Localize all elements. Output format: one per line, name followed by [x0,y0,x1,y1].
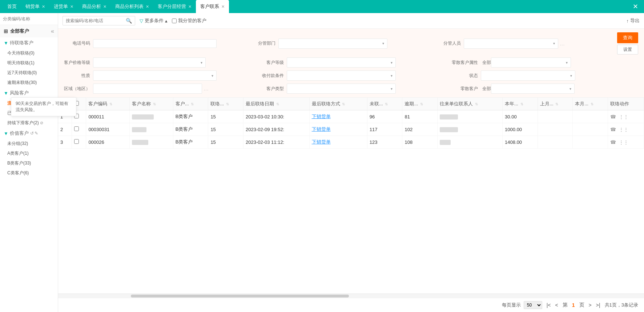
pagination-bar: 每页显示 50 100 200 |< < 第 1 页 > >| 共1页，3条记录 [58,298,644,312]
filter-input-phone[interactable] [93,39,217,48]
row-checkbox-1[interactable] [74,126,79,131]
cell-overdue-1: 102 [402,123,438,136]
action-more-icon-2[interactable]: ⋮⋮ [619,139,628,145]
horizontal-scrollbar[interactable] [58,293,644,298]
tab-purchase[interactable]: 进货单 ✕ [49,0,78,13]
row-checkbox-2[interactable] [74,139,79,144]
filter-region-dots[interactable]: … [202,86,210,92]
cell-checkbox-1[interactable] [72,123,86,136]
export-button[interactable]: ↑ 导出 [627,17,640,24]
filter-select-retail-attr[interactable]: ▾ [491,57,571,68]
last-method-link-2[interactable]: 下销货单 [312,139,331,145]
tab-sales-close[interactable]: ✕ [42,4,45,9]
col-contact-count[interactable]: 联络... ⇅ [208,98,243,110]
cell-contact-person-0 [438,110,503,123]
filter-select-customer-level[interactable]: ▾ [287,57,396,68]
col-code[interactable]: 客户编码 ⇅ [86,98,130,110]
filter-more-conditions-btn[interactable]: ▽ 更多条件 ▴ [140,17,168,24]
tab-customer-contact[interactable]: 客户联系 ✕ [196,0,229,13]
col-contact-person[interactable]: 往来单位联系人 ⇅ [438,98,503,110]
per-page-select[interactable]: 50 100 200 [524,301,542,309]
tab-customer-segment[interactable]: 客户分层经营 ✕ [153,0,196,13]
sidebar-group-value[interactable]: ▼ 价值客户 ↺ ✎ [0,128,58,139]
action-contact-icon-2[interactable]: ☎ [610,139,616,145]
filter-select-nature[interactable]: ▾ [93,70,217,81]
cell-last-method-0[interactable]: 下销货单 [309,110,367,123]
filter-label-manager: 分管人员 [435,40,464,46]
sidebar-search-area: 🔍 [0,13,58,25]
action-more-icon-0[interactable]: ⋮⋮ [619,114,628,119]
tab-home[interactable]: 首页 [3,0,21,13]
col-uncontact-days[interactable]: 未联... ⇅ [367,98,402,110]
filter-my-customers[interactable]: 我分管的客户 [172,17,206,24]
filter-select-dept[interactable]: ▾ [278,39,387,49]
tab-analysis-list-close[interactable]: ✕ [146,4,149,9]
cell-contact-person-1 [438,123,503,136]
tab-customer-contact-close[interactable]: ✕ [221,4,225,9]
sidebar-item-a-class[interactable]: A类客户(1) [0,149,58,158]
sidebar-search-input[interactable] [3,16,57,21]
filter-select-price-level[interactable]: ▾ [93,57,206,68]
col-overdue-days[interactable]: 逾期... ⇅ [402,98,438,110]
sidebar-item-unclassified[interactable]: 未分组(32) [0,139,58,149]
prev-page-btn[interactable]: < [554,301,560,309]
first-page-btn[interactable]: |< [545,301,552,309]
cell-last-method-2[interactable]: 下销货单 [309,136,367,149]
filter-select-retail-customer[interactable]: ▾ [491,84,575,94]
cell-last-method-1[interactable]: 下销货单 [309,123,367,136]
action-contact-icon-0[interactable]: ☎ [610,114,616,119]
cell-checkbox-2[interactable] [72,136,86,149]
tab-purchase-close[interactable]: ✕ [70,4,73,9]
sidebar-item-today-contact[interactable]: 今天待联络(0) [0,48,58,58]
sidebar-item-7days-contact[interactable]: 近7天待联络(0) [0,68,58,78]
last-page-btn[interactable]: >| [595,301,602,309]
last-method-link-1[interactable]: 下销货单 [312,126,331,132]
col-last-month[interactable]: 上月... ⇅ [538,98,573,110]
tab-analysis-close[interactable]: ✕ [103,4,106,9]
filter-manager-dots[interactable]: … [558,41,566,46]
group-value-refresh[interactable]: ↺ [30,131,34,136]
filter-select-payment[interactable]: ▾ [287,70,396,81]
col-last-contact-date[interactable]: 最后联络日期 ⇅ [243,98,309,110]
query-button[interactable]: 查询 [617,32,638,43]
sidebar-item-c-class[interactable]: C类客户(6) [0,168,58,178]
sidebar-all-customers[interactable]: ⊞ 全部客户 « [0,25,58,37]
sidebar-item-declining[interactable]: 持续下滑客户(2) ⊘ [0,118,58,128]
col-last-contact-method[interactable]: 最后联络方式 ⇅ [309,98,367,110]
col-name[interactable]: 客户名称 ⇅ [130,98,173,110]
next-page-btn[interactable]: > [587,301,593,309]
col-this-month[interactable]: 本月... ⇅ [573,98,608,110]
filter-select-region[interactable] [93,84,202,94]
tab-customer-segment-close[interactable]: ✕ [188,4,192,9]
filter-select-manager[interactable]: ▾ [464,39,558,49]
uncontact-sort-icon: ⇅ [385,102,388,106]
filter-select-customer-type[interactable]: ▾ [287,84,396,94]
group-value-label: 价值客户 [10,130,29,137]
sidebar-item-b-class[interactable]: B类客户(33) [0,158,58,168]
group-value-edit[interactable]: ✎ [35,131,38,136]
scrollbar-thumb[interactable] [131,295,349,297]
manager-chevron-icon: ▾ [553,41,555,45]
last-method-link-0[interactable]: 下销货单 [312,114,331,119]
sidebar-item-tomorrow-contact[interactable]: 明天待联络(1) [0,58,58,68]
sidebar-group-risk[interactable]: ▼ 风险客户 [0,88,58,98]
tab-analysis[interactable]: 商品分析 ✕ [78,0,111,13]
settings-button[interactable]: 设置 [617,45,638,54]
tab-home-label: 首页 [7,3,17,10]
tab-sales[interactable]: 销货单 ✕ [21,0,49,13]
sidebar-item-overdue-contact[interactable]: 逾期未联络(30) [0,78,58,88]
sidebar-collapse-icon[interactable]: « [51,28,54,35]
filter-search-icon[interactable]: 🔍 [126,18,132,24]
filter-search-input[interactable] [66,18,126,23]
sidebar-group-pending[interactable]: ▼ 待联络客户 [0,37,58,48]
content-area: 🔍 ▽ 更多条件 ▴ 我分管的客户 ↑ 导出 [58,13,644,312]
window-close-button[interactable]: ✕ [630,3,641,11]
tab-analysis-list[interactable]: 商品分析列表 ✕ [111,0,153,13]
action-contact-icon-1[interactable]: ☎ [610,127,616,132]
filter-retail-attr-value: 全部 [481,60,491,66]
filter-my-customers-checkbox[interactable] [172,19,177,23]
filter-select-status[interactable]: ▾ [481,70,575,81]
col-type[interactable]: 客户... ⇅ [173,98,208,110]
col-this-year[interactable]: 本年... ⇅ [503,98,538,110]
action-more-icon-1[interactable]: ⋮⋮ [619,127,628,132]
